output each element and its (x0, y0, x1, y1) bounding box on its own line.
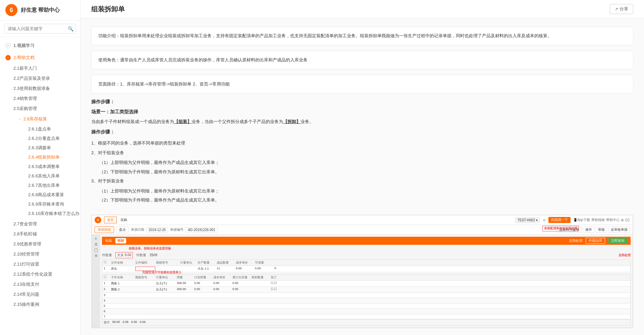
step-3: 3、对于拆装业务 (91, 177, 633, 185)
lower-r1-ops[interactable]: ☐☐ (271, 281, 281, 286)
upper-th-parent-code: 父件编码 (135, 261, 155, 265)
app-left-icon-1[interactable]: ≡ (95, 237, 97, 240)
screenshot-area: 6 首页 采购 TEST-H002 ▾ ⚙ 同期调一下 📱App下载 帮助指南 … (91, 215, 633, 328)
sidebar-item-2.6.10[interactable]: 2.6.10库存账本错了怎么办 (28, 209, 80, 218)
lower-r1-init (252, 281, 270, 286)
lower-r2-ops[interactable]: ☐☐ (271, 287, 281, 292)
app-type-switch-btn[interactable]: 拆卸 (115, 238, 126, 243)
sidebar-item-2.6.4[interactable]: 2.6.4组装拆卸单 (28, 153, 80, 162)
upper-th-action (274, 261, 284, 265)
app-no-field[interactable]: AD-20191226-001 (185, 227, 218, 232)
lower-th-check: ☐ (104, 275, 110, 280)
search-input[interactable] (4, 24, 76, 34)
sidebar-item-faq[interactable]: 2.14常见问题 (13, 289, 80, 299)
role-text: 使用角色：通常由生产人员或库管人员完成拆装业务的操作，库管人员确认原材料的出库和… (98, 57, 308, 62)
app-lower-table-section: 无固定流片可低填在这里录入 ☐ 子件名称 规格型号 计量单位 用量 计划用量 成… (102, 274, 631, 319)
app-search-field[interactable]: 件搜品用 (586, 238, 605, 244)
upper-row1-finish-qty: 11 (217, 267, 235, 271)
app-sync-button[interactable]: 同期调一下 (548, 217, 571, 223)
upper-row1-unit (180, 267, 197, 271)
sidebar-item-2.6.5[interactable]: 2.6.5成本调整单 (28, 162, 80, 171)
app-btn-review[interactable]: 审核 (596, 227, 607, 233)
sidebar-item-stock[interactable]: − 2.6库存核算 (13, 114, 80, 124)
stock-deep-items: 2.6.1盘点单 2.6.2分量盘点单 2.6.3调拨单 2.6.4组装拆卸单 … (13, 124, 80, 218)
sidebar-item-video[interactable]: + 1.视频学习 (0, 40, 80, 51)
app-help-guide-icon[interactable]: 帮助指南 (591, 218, 605, 222)
lower-th-spec: 规格型号 (135, 275, 155, 280)
upper-row1-check[interactable]: 1 (104, 267, 110, 271)
app-tab-inventory[interactable]: 盘点 (116, 226, 129, 233)
sidebar-item-docs[interactable]: − 2.帮助文档 (0, 52, 80, 63)
lower-r7-num: 7 (104, 315, 110, 318)
app-left-icon-2[interactable]: ☰ (95, 242, 98, 246)
main-area: 组装拆卸单 ↗ 分享 功能介绍：组装拆卸单用来处理企业组装或拆卸等加工业务，支持… (80, 0, 644, 335)
lower-r2-unit: 台儿(个) (156, 287, 176, 292)
app-form-qty-val[interactable]: 大头 9.00 (115, 252, 133, 258)
footer-val2: 0.06 (123, 320, 129, 325)
sidebar-item-sales[interactable]: 2.4销售管理 (13, 94, 80, 104)
app-tab-assembly[interactable]: 本组拆卸 (95, 226, 114, 233)
sidebar-item-ops[interactable]: 2.10经营管理 (13, 249, 80, 259)
sidebar-item-stock-label: 2.6库存核算 (23, 116, 47, 122)
sidebar-item-new[interactable]: 2.1新手入门 (13, 63, 80, 73)
app-company-dropdown[interactable]: TEST-H002 ▾ (515, 217, 540, 223)
logo-area: 6 好生意 帮助中心 (0, 0, 80, 20)
sidebar-item-docs-label: 2.帮助文档 (13, 55, 35, 61)
app-left-icon-3[interactable]: 📋 (94, 248, 98, 252)
sidebar-item-2.6.1[interactable]: 2.6.1盘点单 (28, 124, 80, 134)
sidebar-item-settings[interactable]: 2.12系统个性化设置 (13, 269, 80, 279)
docs-subitems: 2.1新手入门 2.2产品安装及登录 2.3使用前数据准备 2.4销售管理 2.… (0, 63, 80, 310)
sidebar-item-install[interactable]: 2.2产品安装及登录 (13, 73, 80, 83)
app-lower-row-2: 2 围板 2 台儿(个) 306.00 0.00 0.00 0.00 ☐☐ (102, 286, 631, 292)
app-lower-row-3: 3 (102, 292, 631, 298)
nav-icon-docs: − (5, 55, 11, 60)
step-3-1: （1）上部明细为父件明细，最终作为原材料生成其它出库单； (91, 187, 633, 195)
sidebar-item-mobile[interactable]: 2.8手机旺铺 (13, 229, 80, 239)
sidebar-item-finance[interactable]: 2.7资金管理 (13, 219, 80, 229)
app-confirm-btn[interactable]: 立即发布 (608, 238, 627, 243)
sidebar-item-cases[interactable]: 2.15操作案例 (13, 299, 80, 310)
footer-sep: 合计 (104, 320, 110, 325)
app-lower-table-header: ☐ 子件名称 规格型号 计量单位 用量 计划用量 成本单价 累计出库量 期初数量… (102, 274, 631, 280)
sidebar-item-video-label: 1.视频学习 (13, 43, 35, 49)
app-toolbar-label-no: 单据编号 (170, 227, 183, 232)
app-left-icon-bar: ≡ ☰ 📋 ⚙ (92, 235, 100, 328)
app-form-section: 件数量 大头 9.00 件数量 25/件 启用处理 ☐ 父件名称 (102, 252, 631, 272)
step-1: 1、根据不同的业务，选择不同单据的类型来处理 (91, 139, 633, 147)
app-menu-item-purchase[interactable]: 采购 (117, 217, 130, 223)
sidebar-item-payment[interactable]: 2.13在线支付 (13, 279, 80, 289)
upper-row1-action[interactable]: ✎ (274, 267, 284, 271)
app-user-icon[interactable]: CC (625, 218, 630, 222)
app-settings-icon[interactable]: ⚙ (621, 218, 624, 222)
app-left-icon-4[interactable]: ⚙ (95, 254, 98, 258)
app-download-icon[interactable]: 📱App下载 (573, 218, 590, 222)
sidebar-item-coupon[interactable]: 2.9优惠券管理 (13, 239, 80, 249)
sidebar-item-2.6.3[interactable]: 2.6.3调拨单 (28, 143, 80, 153)
app-help-center-icon[interactable]: 帮助中心 (606, 218, 620, 222)
scene1-desc: 当由多个子件材料组装成一个成品的业务为【组装】业务，当由一个父件拆分成多个子产品… (91, 118, 633, 125)
step-3-2: （2）下部明细为子件明细，最终作为产成品生成其它入库单。 (91, 196, 633, 204)
main-content: 功能介绍：组装拆卸单用来处理企业组装或拆卸等加工业务，支持有固定装配清单的产品加… (80, 18, 644, 335)
sidebar-item-purchase[interactable]: 2.5采购管理 (13, 104, 80, 114)
app-main-content: 组装 拆卸 组装业务、拆卸业务在这里切换 启用处理 件搜品用 立即发布 (100, 235, 633, 328)
sidebar-item-print[interactable]: 2.11打印设置 (13, 259, 80, 269)
sidebar-item-2.6.9[interactable]: 2.6.9库存账本查询 (28, 200, 80, 209)
app-menu-item-home[interactable]: 首页 (104, 217, 117, 223)
upper-th-unit: 计量单位 (180, 261, 197, 265)
sidebar-item-2.6.2[interactable]: 2.6.2分量盘点单 (28, 134, 80, 143)
share-button[interactable]: ↗ 分享 (610, 4, 633, 14)
app-lower-row-4: 4 (102, 298, 631, 303)
step-2-2: （2）下部明细为子件明细，最终作为原材料生成其它出库单。 (91, 168, 633, 176)
upper-th-prod-qty: 生产数量 (198, 261, 216, 265)
app-footer-totals: 合计 89.00 0.06 0.00 0.06 (102, 319, 631, 326)
upper-th-avail-qty: 可现量 (255, 261, 273, 265)
sidebar-item-data[interactable]: 2.3使用前数据准备 (13, 83, 80, 94)
app-logo-icon: 6 (95, 217, 101, 223)
app-btn-operate[interactable]: 操作 (583, 227, 594, 233)
sidebar-item-2.6.7[interactable]: 2.6.7其他出库单 (28, 181, 80, 190)
app-btn-unreview[interactable]: 反审核单据 (608, 227, 630, 233)
lower-r2-num: 2 (104, 287, 110, 292)
app-date-field[interactable]: 2019-12-26 (146, 227, 168, 232)
sidebar-item-2.6.8[interactable]: 2.6.8商品成本重算 (28, 190, 80, 200)
sidebar-item-2.6.6[interactable]: 2.6.6其他入库单 (28, 171, 80, 181)
